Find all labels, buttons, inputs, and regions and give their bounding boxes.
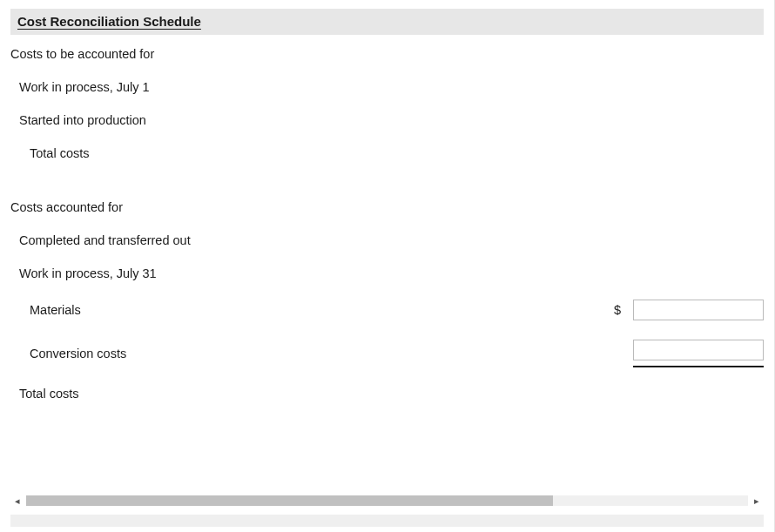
currency-symbol: $	[614, 303, 621, 317]
conversion-input[interactable]	[633, 340, 764, 360]
section1-heading: Costs to be accounted for	[10, 47, 764, 61]
label-total-costs-2: Total costs	[19, 387, 79, 401]
section-spacer	[10, 179, 764, 200]
horizontal-scrollbar[interactable]: ◂ ▸	[10, 494, 764, 508]
scroll-thumb[interactable]	[26, 495, 553, 506]
label-wip-start: Work in process, July 1	[19, 80, 150, 94]
row-started-production: Started into production	[10, 113, 764, 127]
label-total-costs-1: Total costs	[30, 146, 90, 160]
row-wip-start: Work in process, July 1	[10, 80, 764, 94]
row-conversion: Conversion costs	[10, 340, 764, 367]
row-completed: Completed and transferred out	[10, 233, 764, 247]
row-total-costs-1: Total costs	[10, 146, 764, 160]
scroll-track[interactable]	[26, 495, 748, 506]
scroll-left-arrow-icon[interactable]: ◂	[10, 494, 24, 508]
label-conversion: Conversion costs	[30, 347, 126, 360]
conversion-input-group	[633, 340, 764, 367]
scroll-right-arrow-icon[interactable]: ▸	[750, 494, 764, 508]
label-wip-end: Work in process, July 31	[19, 266, 157, 280]
header-bar: Cost Reconciliation Schedule	[10, 9, 764, 35]
row-total-costs-2: Total costs	[10, 387, 764, 401]
label-materials: Materials	[30, 303, 81, 317]
row-materials: Materials $	[10, 300, 764, 320]
header-title: Cost Reconciliation Schedule	[17, 14, 201, 29]
materials-input-group: $	[614, 300, 764, 320]
worksheet-container: Cost Reconciliation Schedule Costs to be…	[0, 0, 775, 532]
materials-input[interactable]	[633, 300, 764, 320]
section2-heading: Costs accounted for	[10, 200, 764, 214]
label-started-production: Started into production	[19, 113, 146, 127]
row-wip-end: Work in process, July 31	[10, 266, 764, 280]
bottom-bar	[10, 515, 764, 527]
label-completed: Completed and transferred out	[19, 233, 191, 247]
